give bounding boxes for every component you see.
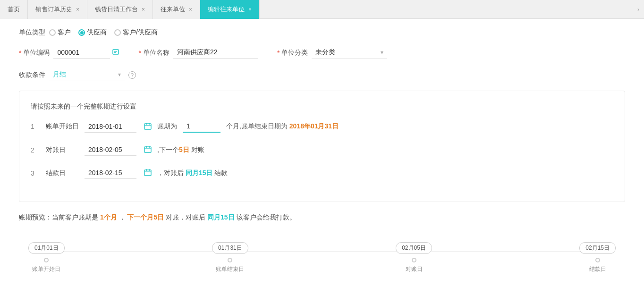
period-row-2: 2 对账日 ,下一个5日 对账 [31,144,613,156]
unit-code-icon[interactable] [112,48,119,57]
unit-category-select[interactable]: 未分类 ▾ [312,46,387,59]
timeline-badge-2: 01月31日 [212,242,248,254]
unit-type-group: 单位类型 客户 供应商 客户/供应商 [19,28,158,37]
row-separator-1: 账期为 [157,122,177,131]
row-number-2: 2 [31,146,40,154]
svg-rect-3 [144,124,151,129]
unit-name-group: * 单位名称 [138,47,258,59]
radio-circle-customer [49,29,56,36]
preview-part3: 同月15日 [207,213,235,221]
reconcile-day-highlight: 5日 [179,146,189,153]
reconcile-row-text: ,下一个5日 对账 [157,146,204,154]
payment-term-row: 收款条件 月结 ▾ ? [19,68,625,81]
payment-term-arrow: ▾ [118,71,121,78]
radio-supplier-label: 供应商 [87,28,107,37]
tab-close-partner[interactable]: × [189,6,192,13]
preview-section: 账期预览：当前客户账期是 1个月 ， 下一个月5日 对账，对账后 同月15日 该… [19,211,625,223]
tab-close-edit-partner[interactable]: × [248,6,252,13]
unit-name-label: 单位名称 [143,49,169,57]
period-months-input[interactable] [183,120,220,133]
radio-circle-supplier [78,29,85,36]
preview-mid2: 对账，对账后 [166,213,205,221]
unit-category-label: 单位分类 [281,49,308,57]
unit-category-value: 未分类 [315,48,377,57]
unit-name-required: * [138,49,141,57]
unit-name-input[interactable] [173,47,258,59]
row-number-1: 1 [31,123,40,130]
row-label-1: 账单开始日 [46,122,79,131]
tab-partner[interactable]: 往来单位 × [153,0,200,19]
payment-row-text: ，对账后 同月15日 结款 [157,169,228,177]
timeline-label-3: 对账日 [406,265,423,273]
unit-type-row: 单位类型 客户 供应商 客户/供应商 [19,28,625,37]
payment-term-group: 收款条件 月结 ▾ ? [19,68,136,81]
svg-rect-0 [113,50,119,54]
radio-both-label: 客户/供应商 [123,28,158,37]
period-unit-text: 个月,账单结束日期为 2018年01月31日 [226,122,339,131]
timeline-label-4: 结款日 [589,265,606,273]
payment-term-value: 月结 [53,70,114,79]
tab-expand-button[interactable]: › [633,6,644,13]
svg-rect-11 [144,170,151,176]
payment-term-label: 收款条件 [19,71,45,79]
reconcile-suffix: 对账 [191,146,204,153]
timeline-dot-3 [412,258,416,262]
svg-rect-7 [144,147,151,152]
row-label-3: 结款日 [46,169,79,177]
tab-sales-history[interactable]: 销售订单历史 × [28,0,87,19]
reconcile-date-calendar-icon[interactable] [144,145,152,154]
timeline-label-1: 账单开始日 [32,265,60,273]
radio-both[interactable]: 客户/供应商 [114,28,158,37]
radio-customer[interactable]: 客户 [49,28,71,37]
unit-code-label: 单位编码 [23,49,50,57]
start-date-calendar-icon[interactable] [144,122,152,131]
timeline-label-2: 账单结束日 [216,265,244,273]
unit-code-input[interactable] [53,47,110,59]
reconcile-date-input[interactable] [85,144,136,156]
tab-cash-work[interactable]: 钱货日清工作台 × [87,0,153,19]
preview-part2: 下一个月5日 [127,213,164,221]
preview-mid1: ， [119,213,126,221]
start-date-input[interactable] [85,121,136,133]
timeline-items: 01月01日 账单开始日 01月31日 账单结束日 02月05日 对账日 02月… [28,242,616,273]
unit-code-required: * [19,49,21,57]
row-label-2: 对账日 [46,146,79,154]
timeline-item-2: 01月31日 账单结束日 [212,242,248,273]
timeline-item-3: 02月05日 对账日 [396,242,432,273]
unit-code-group: * 单位编码 [19,47,119,59]
timeline-dot-2 [228,258,232,262]
period-row-1: 1 账单开始日 账期为 个月,账单结束日期为 2018年01月31日 [31,120,613,133]
unit-info-row: * 单位编码 * 单位名称 * 单位分类 未分类 ▾ [19,46,625,59]
tab-close-sales-history[interactable]: × [76,6,79,13]
row-number-3: 3 [31,169,40,177]
unit-category-group: * 单位分类 未分类 ▾ [277,46,387,59]
timeline-dot-4 [595,258,600,262]
payment-day-highlight: 同月15日 [186,169,213,177]
payment-term-help[interactable]: ? [128,71,136,79]
timeline-badge-1: 01月01日 [28,242,65,254]
payment-suffix: 结款 [214,169,228,177]
radio-group-unit-type: 客户 供应商 客户/供应商 [49,28,158,37]
section-title: 请按照未来的一个完整帐期进行设置 [31,102,613,111]
payment-date-input[interactable] [85,167,136,179]
timeline-dot-1 [44,258,49,262]
radio-supplier[interactable]: 供应商 [78,28,107,37]
timeline-container: 01月01日 账单开始日 01月31日 账单结束日 02月05日 对账日 02月… [19,235,625,281]
payment-term-select[interactable]: 月结 ▾ [49,68,125,81]
period-end-date: 2018年01月31日 [289,122,339,130]
timeline-badge-4: 02月15日 [579,242,616,254]
timeline-badge-3: 02月05日 [396,242,432,254]
radio-circle-both [114,29,121,36]
tab-bar: 首页 销售订单历史 × 钱货日清工作台 × 往来单位 × 编辑往来单位 × › [0,0,644,19]
unit-category-required: * [277,49,280,57]
payment-date-calendar-icon[interactable] [144,169,152,177]
tab-close-cash-work[interactable]: × [142,6,145,13]
tab-home[interactable]: 首页 [0,0,28,19]
period-section: 请按照未来的一个完整帐期进行设置 1 账单开始日 账期为 个月,账单结束日期为 … [19,91,625,202]
tab-edit-partner[interactable]: 编辑往来单位 × [200,0,260,19]
preview-part1: 1个月 [100,213,117,221]
preview-suffix: 该客户会给我打款。 [237,213,296,221]
unit-category-arrow: ▾ [381,49,383,56]
unit-code-input-wrapper [53,47,119,59]
timeline-item-4: 02月15日 结款日 [579,242,616,273]
